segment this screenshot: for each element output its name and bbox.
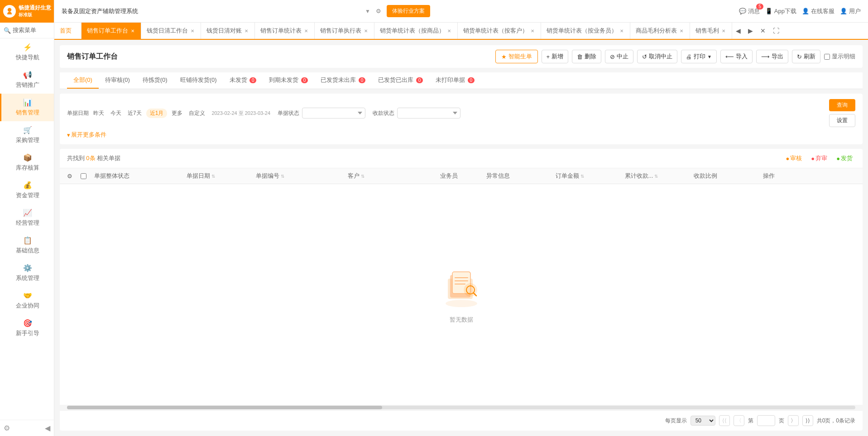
sidebar-item-guide[interactable]: 🎯 新手引导	[0, 314, 54, 342]
tab-close-daily-clear[interactable]: ✕	[190, 28, 195, 34]
online-service-btn[interactable]: 👤 在线客服	[802, 7, 834, 15]
tab-prev-btn[interactable]: ◀	[732, 23, 744, 39]
sidebar-item-inventory[interactable]: 📦 库存核算	[0, 149, 54, 176]
tab-home[interactable]: 首页	[54, 23, 82, 39]
subtab-unshipped[interactable]: 未发货 0	[223, 72, 263, 89]
tab-close-sales-order[interactable]: ✕	[130, 28, 135, 34]
settings-gear-icon[interactable]: ⚙	[376, 8, 381, 14]
tab-close-gross-profit[interactable]: ✕	[679, 28, 684, 34]
select-all-checkbox[interactable]	[81, 173, 86, 179]
delete-btn[interactable]: 🗑 删除	[572, 50, 601, 63]
tab-sales-order[interactable]: 销售订单工作台 ✕	[82, 23, 141, 39]
date-opt-yesterday[interactable]: 昨天	[91, 109, 106, 118]
subtab-shipped-not-out[interactable]: 已发货未出库 0	[314, 72, 372, 89]
export-btn[interactable]: ⟶ 导出	[756, 50, 788, 63]
subtab-pending-pick[interactable]: 待拣货(0)	[136, 72, 174, 89]
tab-close-order-exec[interactable]: ✕	[363, 28, 369, 34]
tab-close-sale-by-product[interactable]: ✕	[446, 28, 452, 34]
th-customer[interactable]: 客户 ⇅	[348, 172, 440, 180]
page-next-btn[interactable]: 〉	[788, 415, 799, 426]
th-received[interactable]: 累计收款... ⇅	[625, 172, 694, 180]
tab-close-sale-by-staff[interactable]: ✕	[619, 28, 624, 34]
date-opt-1month[interactable]: 近1月	[146, 109, 168, 118]
order-stats-tab-label: 销售订单统计表	[260, 27, 302, 35]
system-title: 装备及固定资产辅助管理系统	[62, 7, 360, 15]
user-btn[interactable]: 👤 用户	[840, 7, 861, 15]
page-number-input[interactable]: 1	[757, 415, 775, 426]
app-download-btn[interactable]: 📱 App下载	[765, 7, 796, 15]
th-date[interactable]: 单据日期 ⇅	[187, 172, 256, 180]
industry-solution-btn[interactable]: 体验行业方案	[387, 5, 430, 17]
show-detail-label[interactable]: 显示明细	[824, 52, 855, 61]
tab-order-exec[interactable]: 销售订单执行表 ✕	[315, 23, 374, 39]
refresh-btn[interactable]: ↻ 刷新	[792, 50, 820, 63]
date-opt-today[interactable]: 今天	[109, 109, 123, 118]
sidebar-collapse-btn[interactable]: ◀	[45, 424, 50, 432]
sidebar-settings-btn[interactable]: ⚙	[4, 424, 10, 432]
status-filter-select[interactable]	[302, 108, 365, 118]
tab-close-sale-by-customer[interactable]: ✕	[530, 28, 535, 34]
audit-action-btn[interactable]: ● 审核	[783, 153, 805, 163]
sidebar-item-system[interactable]: ⚙️ 系统管理	[0, 259, 54, 287]
page-size-select[interactable]: 50 100 200	[691, 416, 715, 426]
sidebar-item-search[interactable]: 🔍 搜索菜单	[0, 23, 54, 38]
operations-label: 经营管理	[16, 219, 39, 227]
ship-action-btn[interactable]: ● 发货	[834, 153, 855, 163]
message-btn[interactable]: 💬 消息 5	[739, 7, 760, 15]
tab-close-reconcile[interactable]: ✕	[244, 28, 249, 34]
tab-sales-profit[interactable]: 销售毛利 ✕	[690, 23, 732, 39]
th-amount[interactable]: 订单金额 ⇅	[556, 172, 625, 180]
tab-sale-by-customer[interactable]: 销货单统计表（按客户） ✕	[458, 23, 541, 39]
tab-close-all-btn[interactable]: ✕	[757, 23, 769, 39]
tab-fullscreen-btn[interactable]: ⛶	[769, 23, 783, 39]
th-settings[interactable]: ⚙	[67, 173, 81, 180]
add-btn[interactable]: + 新增	[542, 50, 569, 63]
tab-sale-by-staff[interactable]: 销货单统计表（按业务员） ✕	[541, 23, 630, 39]
th-check[interactable]	[81, 173, 94, 179]
expand-filter-btn[interactable]: ▾ 展开更多条件	[67, 131, 855, 139]
tab-next-btn[interactable]: ▶	[744, 23, 757, 39]
tab-order-stats[interactable]: 销售订单统计表 ✕	[255, 23, 315, 39]
smart-create-btn[interactable]: ★ 智能生单	[495, 50, 538, 63]
sidebar-item-sales[interactable]: 📊 销售管理	[0, 94, 54, 121]
subtab-overdue-unshipped[interactable]: 到期未发货 0	[263, 72, 314, 89]
query-btn[interactable]: 查询	[829, 99, 855, 111]
cancel-circle-icon: ●	[811, 155, 815, 162]
sidebar-item-quick-nav[interactable]: ⚡ 快捷导航	[0, 38, 54, 66]
date-opt-more[interactable]: 更多	[170, 109, 184, 118]
enterprise-label: 企业协同	[16, 302, 39, 310]
cancel-audit-action-btn[interactable]: ● 弃审	[808, 153, 830, 163]
stop-btn[interactable]: ⊘ 中止	[605, 50, 633, 63]
show-detail-checkbox[interactable]	[824, 54, 830, 60]
sidebar-item-enterprise[interactable]: 🤝 企业协同	[0, 287, 54, 314]
tab-sale-by-product[interactable]: 销货单统计表（按商品） ✕	[374, 23, 458, 39]
tab-close-sales-profit[interactable]: ✕	[721, 28, 726, 34]
sidebar-item-purchase[interactable]: 🛒 采购管理	[0, 121, 54, 149]
sidebar-item-finance[interactable]: 💰 资金管理	[0, 176, 54, 204]
horizontal-scrollbar[interactable]	[60, 405, 863, 410]
tab-close-order-stats[interactable]: ✕	[303, 28, 309, 34]
subtab-all[interactable]: 全部(0)	[67, 72, 99, 89]
subtab-unprinted[interactable]: 未打印单据 0	[429, 72, 481, 89]
date-opt-custom[interactable]: 自定义	[187, 109, 207, 118]
cancel-stop-btn[interactable]: ↺ 取消中止	[637, 50, 677, 63]
tab-daily-clear[interactable]: 钱货日清工作台 ✕	[141, 23, 201, 39]
date-opt-7days[interactable]: 近7天	[126, 109, 144, 118]
sidebar-item-operations[interactable]: 📈 经营管理	[0, 204, 54, 232]
subtab-pending-review[interactable]: 待审核(0)	[99, 72, 136, 89]
subtab-wangpu-ship[interactable]: 旺铺待发货(0)	[174, 72, 223, 89]
subtab-shipped-out[interactable]: 已发货已出库 0	[372, 72, 429, 89]
page-prev-btn[interactable]: 〈	[734, 415, 744, 426]
sidebar-item-marketing[interactable]: 📢 营销推广	[0, 66, 54, 94]
sidebar-item-basic-info[interactable]: 📋 基础信息	[0, 232, 54, 259]
tab-gross-profit[interactable]: 商品毛利分析表 ✕	[630, 23, 690, 39]
filter-setting-btn[interactable]: 设置	[829, 114, 855, 127]
payment-filter-select[interactable]	[397, 108, 460, 118]
th-no[interactable]: 单据编号 ⇅	[256, 172, 348, 180]
scrollbar-thumb[interactable]	[67, 406, 382, 409]
print-btn[interactable]: 🖨 打印 ▼	[681, 50, 717, 63]
page-last-btn[interactable]: ⟩⟩	[802, 415, 813, 426]
page-first-btn[interactable]: ⟨⟨	[719, 415, 730, 426]
tab-reconcile[interactable]: 钱货日清对账 ✕	[201, 23, 255, 39]
import-btn[interactable]: ⟵ 导入	[720, 50, 753, 63]
